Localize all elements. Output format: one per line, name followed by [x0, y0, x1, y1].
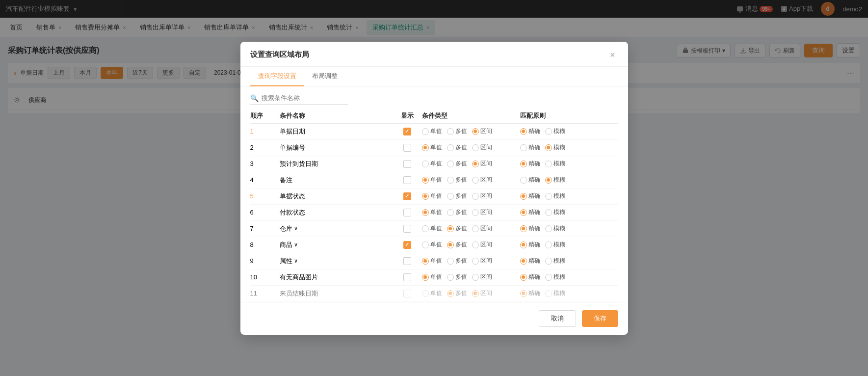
row1-name: 单据日期 [280, 127, 393, 136]
row1-rule-group: 精确 模糊 [520, 127, 565, 135]
row2-match-rule: 精确 模糊 [520, 143, 618, 152]
table-row: 9 属性 ∨ 单值 多值 区间 精确 模糊 [250, 253, 618, 269]
row2-condition-type: 单值 多值 区间 [422, 143, 520, 152]
dialog-tab-layout-adjust-label: 布局调整 [312, 72, 338, 80]
th-name: 条件名称 [280, 111, 393, 120]
row11-checkbox[interactable] [403, 290, 411, 297]
save-button[interactable]: 保存 [582, 310, 618, 327]
row1-condition-type: 单值 多值 区间 [422, 127, 520, 135]
row1-range-radio[interactable] [472, 128, 479, 135]
table-row: 1 单据日期 单值 多值 [250, 124, 618, 140]
dialog-tab-query-fields-label: 查询字段设置 [258, 72, 296, 80]
th-order: 顺序 [250, 111, 280, 120]
search-box: 🔍 [250, 92, 348, 105]
row1-display[interactable] [393, 128, 422, 135]
row1-fuzzy-radio[interactable] [545, 128, 552, 135]
table-row: 10 有无商品图片 单值 多值 区间 精确 模糊 [250, 269, 618, 286]
th-condition-type: 条件类型 [422, 111, 520, 120]
row1-display-checkbox[interactable] [403, 128, 411, 135]
row4-checkbox[interactable] [403, 176, 411, 184]
dialog-title: 设置查询区域布局 [250, 50, 309, 59]
row1-exact[interactable]: 精确 [520, 127, 540, 135]
row1-fuzzy[interactable]: 模糊 [545, 127, 565, 135]
table-row: 8 商品 ∨ 单值 多值 区间 精确 模糊 [250, 237, 618, 253]
cancel-button[interactable]: 取消 [539, 310, 576, 327]
table-row: 4 备注 单值 多值 区间 精确 模糊 [250, 172, 618, 188]
row1-single[interactable]: 单值 [422, 127, 442, 135]
row2-display-checkbox[interactable] [403, 144, 411, 152]
settings-dialog: 设置查询区域布局 × 查询字段设置 布局调整 🔍 顺序 条件名称 [240, 42, 628, 335]
dialog-table-header: 顺序 条件名称 显示 条件类型 匹配原则 [250, 108, 618, 124]
dialog-tab-query-fields[interactable]: 查询字段设置 [250, 67, 304, 86]
th-match-rule: 匹配原则 [520, 111, 618, 120]
search-icon: 🔍 [250, 94, 259, 102]
th-display: 显示 [393, 111, 422, 120]
row10-checkbox[interactable] [403, 273, 411, 281]
dialog-close-button[interactable]: × [607, 50, 618, 60]
table-row: 6 付款状态 单值 多值 区间 精确 模糊 [250, 205, 618, 221]
row2-display[interactable] [393, 144, 422, 152]
dialog-tab-bar: 查询字段设置 布局调整 [240, 67, 628, 86]
dialog-footer: 取消 保存 [240, 302, 628, 335]
row1-range[interactable]: 区间 [472, 127, 492, 135]
table-row: 2 单据编号 单值 多值 区间 精确 模糊 [250, 140, 618, 156]
dialog-header: 设置查询区域布局 × [240, 42, 628, 67]
dialog-table: 顺序 条件名称 显示 条件类型 匹配原则 1 单据日期 单值 [240, 108, 628, 302]
row2-name: 单据编号 [280, 143, 393, 152]
row9-checkbox[interactable] [403, 257, 411, 265]
dialog-search-area: 🔍 [240, 86, 628, 108]
row6-checkbox[interactable] [403, 209, 411, 216]
modal-overlay: 设置查询区域布局 × 查询字段设置 布局调整 🔍 顺序 条件名称 [0, 0, 868, 376]
row1-type-group: 单值 多值 区间 [422, 127, 492, 135]
row7-checkbox[interactable] [403, 225, 411, 233]
row1-single-radio[interactable] [422, 128, 429, 135]
row2-order: 2 [250, 144, 280, 151]
table-row: 5 单据状态 单值 多值 区间 精确 模糊 [250, 188, 618, 205]
row1-multi-radio[interactable] [447, 128, 454, 135]
row8-checkbox[interactable] [403, 241, 411, 249]
row1-exact-radio[interactable] [520, 128, 527, 135]
row5-checkbox[interactable] [403, 192, 411, 200]
table-row: 3 预计到货日期 单值 多值 区间 精确 模糊 [250, 156, 618, 172]
table-row: 11 来员结账日期 单值 多值 区间 精确 模糊 [250, 286, 618, 302]
dialog-tab-layout-adjust[interactable]: 布局调整 [304, 67, 345, 86]
table-row: 7 仓库 ∨ 单值 多值 区间 精确 模糊 [250, 221, 618, 237]
row3-checkbox[interactable] [403, 160, 411, 168]
row1-multi[interactable]: 多值 [447, 127, 467, 135]
search-input[interactable] [262, 94, 348, 102]
row1-order: 1 [250, 128, 280, 135]
row1-match-rule: 精确 模糊 [520, 127, 618, 135]
